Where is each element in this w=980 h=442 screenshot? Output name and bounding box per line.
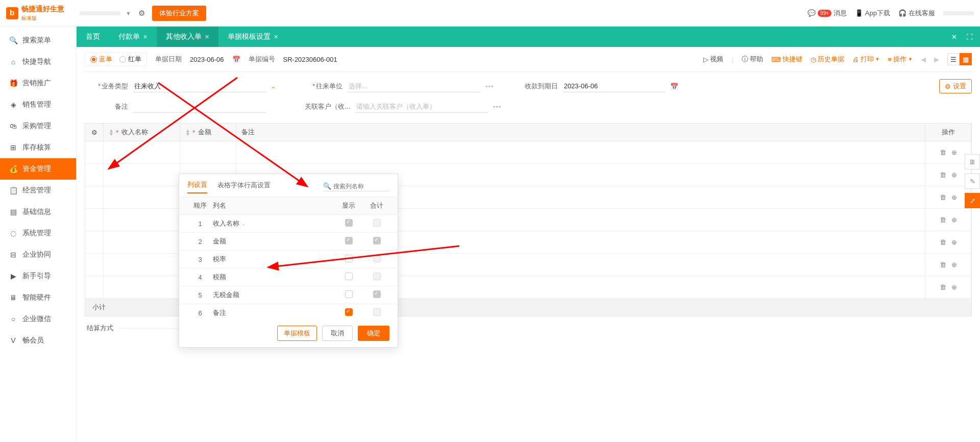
more-icon[interactable]: ••• <box>485 83 494 90</box>
top-header: 畅捷通好生意 标准版 ▼ ⚙ 体验行业方案 💬 99+ 消息 📱 App下载 🎧… <box>0 0 980 27</box>
copy-icon[interactable]: ⊕ <box>951 193 957 201</box>
message-button[interactable]: 💬 99+ 消息 <box>807 9 847 18</box>
show-checkbox[interactable] <box>345 255 353 262</box>
settings-button[interactable]: ⚙设置 <box>939 79 972 93</box>
sidebar-item-collab[interactable]: ⊟企业协同 <box>0 244 76 265</box>
prev-icon[interactable]: ◀ <box>921 56 926 63</box>
show-checkbox[interactable] <box>345 237 353 244</box>
delete-icon[interactable]: 🗑 <box>940 216 946 224</box>
sum-checkbox[interactable] <box>373 255 381 262</box>
view-list[interactable]: ☰ <box>947 53 960 65</box>
gear-icon[interactable]: ⚙ <box>138 9 145 18</box>
copy-icon[interactable]: ⊕ <box>951 171 957 179</box>
confirm-button[interactable]: 确定 <box>358 326 389 341</box>
operate-button[interactable]: ≡操作▼ <box>888 55 913 64</box>
sidebar-item-finance[interactable]: 💰资金管理 <box>0 158 76 180</box>
date-value[interactable]: 2023-06-06 <box>190 56 224 63</box>
delete-icon[interactable]: 🗑 <box>940 149 946 156</box>
shortcut-button[interactable]: ⌨快捷键 <box>771 55 802 64</box>
delete-icon[interactable]: 🗑 <box>940 238 946 246</box>
sidebar-item-basic[interactable]: ▤基础信息 <box>0 201 76 223</box>
column-search-input[interactable] <box>333 183 389 190</box>
service-button[interactable]: 🎧 在线客服 <box>898 9 935 18</box>
show-checkbox[interactable] <box>345 273 353 280</box>
tab-home[interactable]: 首页 <box>77 27 109 47</box>
copy-icon[interactable]: ⊕ <box>951 261 957 268</box>
show-checkbox[interactable] <box>345 219 353 227</box>
sidebar-item-marketing[interactable]: 🎁营销推广 <box>0 72 76 94</box>
sidebar-item-operation[interactable]: 📋经营管理 <box>0 180 76 201</box>
sum-checkbox[interactable] <box>373 290 381 298</box>
more-icon[interactable]: ••• <box>493 103 502 111</box>
show-checkbox[interactable] <box>345 308 353 316</box>
tab-column-settings[interactable]: 列设置 <box>187 180 207 193</box>
show-checkbox[interactable] <box>345 290 353 298</box>
sidebar-item-sales[interactable]: ◈销售管理 <box>0 94 76 115</box>
video-button[interactable]: ▷视频 <box>703 55 723 64</box>
sidebar-item-hardware[interactable]: 🖥智能硬件 <box>0 287 76 308</box>
chevron-down-icon[interactable]: ▼ <box>126 10 131 16</box>
view-detail[interactable]: ▦ <box>960 53 972 65</box>
trial-button[interactable]: 体验行业方案 <box>152 6 206 21</box>
due-date-input[interactable] <box>563 80 665 92</box>
sidebar-item-inventory[interactable]: ⊞库存核算 <box>0 137 76 158</box>
tab-font-settings[interactable]: 表格字体行高设置 <box>217 181 271 193</box>
next-icon[interactable]: ▶ <box>934 56 939 63</box>
sidebar-item-guide[interactable]: ▶新手引导 <box>0 265 76 287</box>
copy-icon[interactable]: ⊕ <box>951 149 957 156</box>
remark-input[interactable] <box>133 101 266 113</box>
close-all-icon[interactable]: ✕ <box>949 31 959 43</box>
history-button[interactable]: ◷历史单据 <box>811 55 844 64</box>
column-setting-row: 5无税金额 <box>179 286 398 304</box>
sidebar-item-system[interactable]: ◌系统管理 <box>0 223 76 244</box>
app-download-button[interactable]: 📱 App下载 <box>855 9 890 18</box>
calendar-icon[interactable]: 📅 <box>232 56 240 63</box>
sum-checkbox[interactable] <box>373 308 381 316</box>
calendar-icon[interactable]: 📅 <box>670 83 678 90</box>
sidebar-item-purchase[interactable]: 🛍采购管理 <box>0 115 76 137</box>
sum-checkbox[interactable] <box>373 273 381 280</box>
delete-icon[interactable]: 🗑 <box>940 261 946 268</box>
sidebar-item-nav[interactable]: ⌂快捷导航 <box>0 51 76 72</box>
grid-gear-button[interactable]: ⚙ <box>85 124 104 141</box>
tab-payment[interactable]: 付款单✕ <box>109 27 157 47</box>
sum-checkbox[interactable] <box>373 237 381 244</box>
company-name[interactable] <box>80 11 120 15</box>
biz-type-input[interactable] <box>133 80 266 92</box>
sidebar-item-member[interactable]: V畅会员 <box>0 330 76 351</box>
copy-icon[interactable]: ⊕ <box>951 216 957 224</box>
chevron-down-icon[interactable]: ⌄ <box>271 83 276 90</box>
box-icon: ⊞ <box>9 143 17 152</box>
close-icon[interactable]: ✕ <box>143 34 148 40</box>
float-expand-icon[interactable]: ⤢ <box>965 193 980 208</box>
help-button[interactable]: ⓘ帮助 <box>742 55 763 64</box>
copy-icon[interactable]: ⊕ <box>951 238 957 246</box>
sidebar-item-wechat[interactable]: ○企业微信 <box>0 308 76 330</box>
expand-icon[interactable]: ⛶ <box>964 31 975 43</box>
radio-red[interactable]: 红单 <box>119 55 141 64</box>
chevron-down-icon[interactable]: ⌄ <box>241 221 246 227</box>
close-icon[interactable]: ✕ <box>274 34 278 40</box>
template-button[interactable]: 单据模板 <box>277 326 317 341</box>
col-amount[interactable]: ▲▼*金额 <box>180 124 236 141</box>
print-button[interactable]: 🖨打印▼ <box>852 55 880 64</box>
float-edit-icon[interactable]: ✎ <box>965 174 980 189</box>
column-setting-row: 2金额 <box>179 233 398 251</box>
delete-icon[interactable]: 🗑 <box>940 171 946 179</box>
delete-icon[interactable]: 🗑 <box>940 283 946 291</box>
avatar[interactable] <box>943 11 974 15</box>
float-note-icon[interactable]: 🗎 <box>965 154 980 169</box>
menu-icon: ≡ <box>888 56 892 63</box>
sum-checkbox[interactable] <box>373 219 381 227</box>
delete-icon[interactable]: 🗑 <box>940 193 946 201</box>
copy-icon[interactable]: ⊕ <box>951 283 957 291</box>
assoc-customer-input[interactable] <box>355 101 488 113</box>
tab-other-income[interactable]: 其他收入单✕ <box>157 27 218 47</box>
radio-blue[interactable]: 蓝单 <box>90 55 112 64</box>
cancel-button[interactable]: 取消 <box>322 326 353 341</box>
col-income-name[interactable]: ▲▼*收入名称 <box>104 124 180 141</box>
sidebar-item-search[interactable]: 🔍搜索菜单 <box>0 30 76 51</box>
partner-input[interactable] <box>348 80 480 92</box>
tab-template[interactable]: 单据模板设置✕ <box>218 27 287 47</box>
close-icon[interactable]: ✕ <box>205 34 209 40</box>
